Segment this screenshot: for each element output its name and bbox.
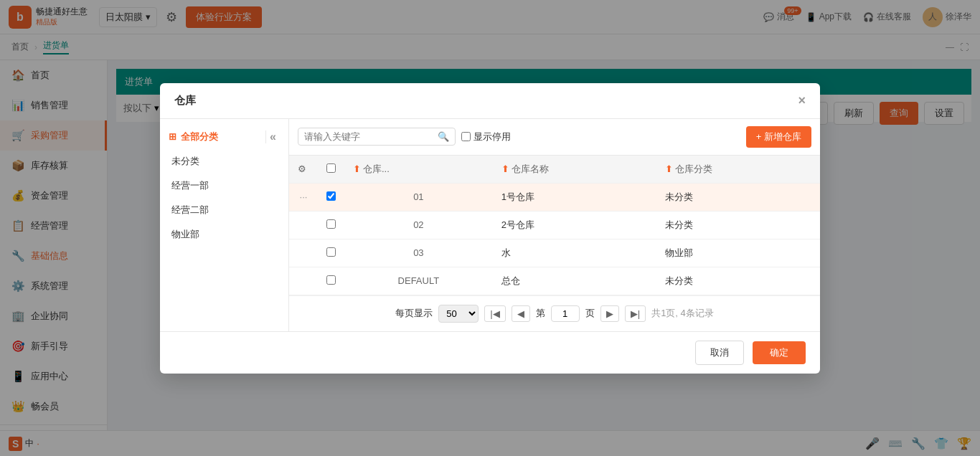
confirm-button[interactable]: 确定	[753, 341, 806, 364]
table-row[interactable]: DEFAULT 总仓 未分类	[289, 267, 820, 295]
row-name-cell: 1号仓库	[493, 183, 656, 211]
modal-close-button[interactable]: ×	[798, 93, 806, 108]
row-num-cell: 02	[344, 211, 493, 239]
all-category-header[interactable]: ⊞ 全部分类 «	[160, 125, 288, 149]
col-category: ⬆ 仓库分类	[656, 156, 820, 184]
row-category-cell: 未分类	[656, 267, 820, 295]
table-wrap: ⚙ ⬆ 仓库...	[289, 156, 820, 295]
select-all-checkbox[interactable]	[326, 163, 336, 173]
row-checkbox-cell	[318, 183, 344, 211]
first-page-button[interactable]: |◀	[484, 305, 505, 322]
warehouse-table: ⚙ ⬆ 仓库...	[289, 156, 820, 295]
cancel-button[interactable]: 取消	[695, 341, 744, 365]
row-num-cell: DEFAULT	[344, 267, 493, 295]
col-sort-icon: ⬆	[353, 163, 361, 174]
table-row[interactable]: ··· 01 1号仓库 未分类	[289, 183, 820, 211]
modal-header: 仓库 ×	[160, 83, 820, 119]
modal-overlay: 仓库 × ⊞ 全部分类 « 未分类 经营一部 经营二部	[0, 0, 980, 456]
right-panel: 🔍 显示停用 + 新增仓库 ⚙	[289, 119, 820, 331]
pagination: 每页显示 50 20 100 200 |◀ ◀ 第 页 ▶ ▶| 共1页, 4条…	[289, 295, 820, 331]
row-checkbox[interactable]	[326, 219, 336, 229]
collapse-button[interactable]: «	[265, 130, 280, 143]
col-name: ⬆ 仓库名称	[493, 156, 656, 184]
col-checkbox	[318, 156, 344, 184]
row-gear-cell	[289, 211, 318, 239]
row-checkbox[interactable]	[326, 247, 336, 257]
modal-footer: 取消 确定	[160, 331, 820, 374]
category-item-0[interactable]: 未分类	[160, 149, 288, 174]
next-page-button[interactable]: ▶	[600, 305, 619, 322]
page-text: 第	[536, 307, 545, 320]
grid-icon: ⊞	[169, 131, 176, 142]
row-name-cell: 总仓	[493, 267, 656, 295]
row-checkbox[interactable]	[326, 191, 336, 201]
all-category-label: 全部分类	[181, 130, 265, 143]
row-category-cell: 物业部	[656, 239, 820, 267]
search-input[interactable]	[304, 131, 433, 142]
category-item-3[interactable]: 物业部	[160, 222, 288, 247]
row-name-cell: 2号仓库	[493, 211, 656, 239]
col-gear: ⚙	[289, 156, 318, 184]
show-disabled-checkbox-label[interactable]: 显示停用	[461, 130, 511, 143]
row-num-cell: 03	[344, 239, 493, 267]
row-category-cell: 未分类	[656, 211, 820, 239]
row-gear-cell	[289, 267, 318, 295]
per-page-label: 每页显示	[395, 307, 433, 320]
table-body: ··· 01 1号仓库 未分类 02 2号仓库 未分类	[289, 183, 820, 295]
row-gear-cell	[289, 239, 318, 267]
category-label-1: 经营一部	[171, 180, 209, 191]
last-page-button[interactable]: ▶|	[625, 305, 646, 322]
total-info: 共1页, 4条记录	[651, 307, 714, 320]
row-num-cell: 01	[344, 183, 493, 211]
col-code: ⬆ 仓库...	[344, 156, 493, 184]
row-more-icon[interactable]: ···	[300, 191, 308, 202]
row-name-cell: 水	[493, 239, 656, 267]
add-warehouse-button[interactable]: + 新增仓库	[746, 126, 811, 148]
modal-title: 仓库	[174, 94, 196, 108]
col-cat-sort-icon: ⬆	[665, 163, 673, 174]
page-number-input[interactable]	[551, 305, 580, 322]
right-toolbar: 🔍 显示停用 + 新增仓库	[289, 119, 820, 156]
gear-icon: ⚙	[298, 163, 306, 174]
modal-body: ⊞ 全部分类 « 未分类 经营一部 经营二部 物业部	[160, 119, 820, 331]
row-checkbox-cell	[318, 211, 344, 239]
row-checkbox-cell	[318, 239, 344, 267]
warehouse-modal: 仓库 × ⊞ 全部分类 « 未分类 经营一部 经营二部	[160, 83, 820, 374]
category-label-3: 物业部	[171, 229, 199, 239]
row-gear-cell: ···	[289, 183, 318, 211]
category-item-2[interactable]: 经营二部	[160, 198, 288, 222]
page-label: 页	[585, 307, 595, 320]
table-row[interactable]: 02 2号仓库 未分类	[289, 211, 820, 239]
row-checkbox-cell	[318, 267, 344, 295]
table-row[interactable]: 03 水 物业部	[289, 239, 820, 267]
search-icon[interactable]: 🔍	[438, 131, 449, 142]
category-label-2: 经营二部	[171, 204, 209, 215]
show-disabled-label: 显示停用	[473, 130, 511, 143]
search-input-wrap: 🔍	[298, 128, 456, 146]
category-label-0: 未分类	[171, 156, 199, 166]
category-item-1[interactable]: 经营一部	[160, 174, 288, 198]
prev-page-button[interactable]: ◀	[512, 305, 530, 322]
table-header-row: ⚙ ⬆ 仓库...	[289, 156, 820, 184]
show-disabled-checkbox[interactable]	[461, 132, 471, 141]
row-category-cell: 未分类	[656, 183, 820, 211]
per-page-select[interactable]: 50 20 100 200	[438, 305, 479, 323]
category-panel: ⊞ 全部分类 « 未分类 经营一部 经营二部 物业部	[160, 119, 289, 331]
col-name-sort-icon: ⬆	[501, 163, 509, 174]
row-checkbox[interactable]	[326, 275, 336, 285]
